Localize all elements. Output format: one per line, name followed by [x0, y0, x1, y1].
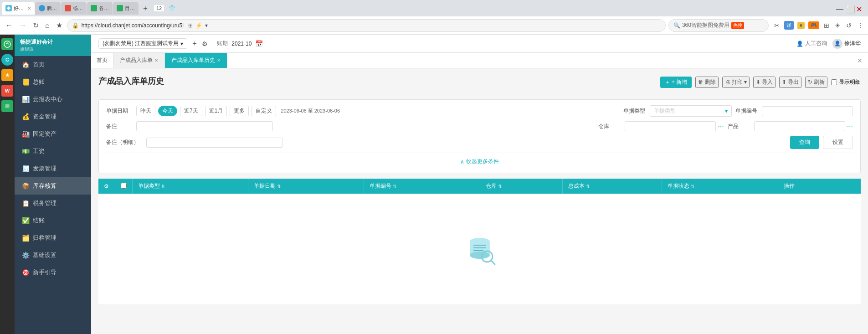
funds-icon: 💰 [22, 113, 29, 120]
sidebar-item-home[interactable]: 🏠 首页 [15, 56, 91, 73]
remark-input[interactable] [136, 121, 273, 131]
th-number-label: 单据编号 [370, 182, 391, 190]
add-btn[interactable]: ＋ + 新增 [660, 77, 692, 88]
th-status[interactable]: 单据状态 ⇅ [662, 179, 778, 194]
sidebar-item-assets[interactable]: 🏭 固定资产 [15, 125, 91, 143]
print-btn[interactable]: 🖨 打印 ▾ [722, 77, 750, 88]
restore-button[interactable]: ⬜ [846, 5, 853, 11]
reload-icon[interactable]: ↺ [845, 21, 853, 30]
page-tab-list[interactable]: 产成品入库单 ✕ [113, 53, 165, 68]
date-btn-custom[interactable]: 自定义 [252, 106, 276, 116]
sidebar-item-report[interactable]: 📊 云报表中心 [15, 91, 91, 108]
warehouse-more-icon[interactable]: ··· [718, 122, 724, 130]
number-input[interactable] [762, 106, 853, 116]
date-btn-more[interactable]: 更多 [230, 106, 249, 116]
sidebar-label-inventory: 库存核算 [33, 182, 56, 190]
browser-tab-畅[interactable]: 畅… [61, 2, 87, 15]
scissors-icon[interactable]: ✂ [773, 21, 781, 30]
sidebar-item-archive[interactable]: 🗂️ 归档管理 [15, 229, 91, 247]
sidebar-item-payroll[interactable]: 💵 工资 [15, 143, 91, 160]
detail-checkbox-input[interactable] [831, 79, 837, 85]
page-tab-history[interactable]: 产成品入库单历史 ✕ [165, 53, 227, 68]
product-more-icon[interactable]: ··· [847, 122, 853, 130]
query-button[interactable]: 查询 [790, 136, 819, 149]
translate-icon[interactable]: 译 [784, 21, 794, 30]
export-btn[interactable]: ⬆ 导出 [779, 77, 801, 88]
warehouse-input[interactable] [625, 121, 716, 131]
user-avatar[interactable]: 👤 徐泽华 [832, 39, 861, 49]
browser-tab-active[interactable]: 好… ✕ [2, 2, 35, 15]
product-input[interactable] [754, 121, 845, 131]
date-btn-7days[interactable]: 近7天 [180, 106, 202, 116]
th-warehouse[interactable]: 仓库 ⇅ [480, 179, 563, 194]
delete-btn[interactable]: 🗑 删除 [695, 77, 719, 88]
icon-weibo[interactable]: W [1, 85, 13, 97]
date-btn-yesterday[interactable]: 昨天 [136, 106, 155, 116]
date-btn-1month[interactable]: 近1月 [205, 106, 227, 116]
search-bar[interactable]: 🔍 360智能抠图免费用 热搜 [668, 19, 769, 32]
tab-list-close-icon[interactable]: ✕ [154, 58, 158, 63]
filter-row-remark: 备注 仓库 ··· 产品 ··· [106, 121, 853, 131]
import-btn[interactable]: ⬇ 导入 [753, 77, 776, 88]
browser-tab-tencent[interactable]: 腾… [35, 2, 61, 15]
new-tab-button[interactable]: ＋ [139, 4, 152, 13]
company-settings-icon[interactable]: ⚙ [202, 40, 208, 47]
panel-close-btn[interactable]: ✕ [852, 53, 868, 68]
grid-icon[interactable]: ⊞ [188, 22, 193, 29]
settings-icon[interactable]: ⋮ [856, 21, 864, 30]
tab-history-close-icon[interactable]: ✕ [217, 58, 221, 63]
refresh-btn[interactable]: ↻ 刷新 [805, 77, 827, 88]
icon-mail[interactable]: ✉ [1, 100, 13, 112]
browser-tab-各[interactable]: 各… [87, 2, 113, 15]
company-selector[interactable]: (勿删勿禁用) 江西服宝测试专用 ▾ [98, 38, 187, 49]
sidebar-item-guide[interactable]: 🎯 新手引导 [15, 264, 91, 281]
svg-point-3 [470, 252, 490, 259]
sidebar-item-invoice[interactable]: 🧾 发票管理 [15, 160, 91, 177]
date-btn-today[interactable]: 今天 [158, 106, 177, 116]
sidebar-item-inventory[interactable]: 📦 库存核算 [15, 177, 91, 195]
th-type[interactable]: 单据类型 ⇅ [132, 179, 248, 194]
user-service-btn[interactable]: 👤 人工咨询 [796, 40, 827, 47]
tab-close-icon[interactable]: ✕ [27, 6, 31, 11]
icon-chanjet[interactable]: C [1, 54, 13, 66]
dropdown-arrow[interactable]: ▾ [205, 22, 208, 29]
collapse-btn[interactable]: ∧ 收起更多条件 [460, 158, 499, 165]
back-button[interactable]: ← [4, 21, 15, 31]
add-company-btn[interactable]: ＋ [191, 39, 198, 48]
refresh-button[interactable]: ↻ [31, 20, 41, 31]
th-cost[interactable]: 总成本 ⇅ [563, 179, 662, 194]
show-detail-checkbox[interactable]: 显示明细 [831, 78, 861, 86]
select-all-checkbox[interactable] [121, 183, 127, 189]
sidebar-item-close[interactable]: ✅ 结账 [15, 212, 91, 229]
yuan-icon[interactable]: ¥ [797, 22, 805, 29]
flash-icon[interactable]: ⚡ [195, 22, 202, 29]
bookmark-button[interactable]: ★ [54, 20, 64, 31]
close-account-icon: ✅ [22, 217, 29, 224]
forward-button[interactable]: → [17, 21, 28, 31]
app-logo-icon[interactable] [1, 38, 13, 50]
sidebar-item-settings[interactable]: ⚙️ 基础设置 [15, 247, 91, 264]
th-date[interactable]: 单据日期 ⇅ [248, 179, 364, 194]
detail-remark-input[interactable] [146, 138, 283, 148]
th-gear[interactable]: ⚙ [98, 179, 115, 194]
type-select[interactable]: 单据类型 ▾ [650, 105, 732, 117]
browser-tab-目[interactable]: 目… [113, 2, 139, 15]
th-checkbox[interactable] [115, 179, 132, 194]
calendar-icon[interactable]: 📅 [255, 40, 263, 47]
sun-icon[interactable]: ☀ [834, 21, 842, 30]
sidebar-item-tax[interactable]: 📋 税务管理 [15, 195, 91, 212]
icon-star[interactable]: ★ [1, 69, 13, 81]
home-button[interactable]: ⌂ [43, 21, 51, 31]
th-number[interactable]: 单据编号 ⇅ [364, 179, 480, 194]
minimize-button[interactable]: — [836, 5, 842, 11]
breadcrumb-home[interactable]: 首页 [91, 53, 113, 68]
gear-header-icon[interactable]: ⚙ [104, 183, 109, 190]
url-bar[interactable]: 🔒 https://cloud.chanjet.com/accounting/u… [67, 19, 666, 32]
layout-icon[interactable]: ⊞ [823, 21, 830, 30]
sidebar-item-funds[interactable]: 💰 资金管理 [15, 108, 91, 125]
game-icon[interactable]: 🎮 [808, 21, 819, 29]
tab-shirt-icon[interactable]: 👕 [166, 3, 177, 14]
close-button[interactable]: ✕ [856, 5, 863, 11]
settings-button[interactable]: 设置 [823, 136, 853, 149]
sidebar-item-ledger[interactable]: 📒 总账 [15, 73, 91, 91]
